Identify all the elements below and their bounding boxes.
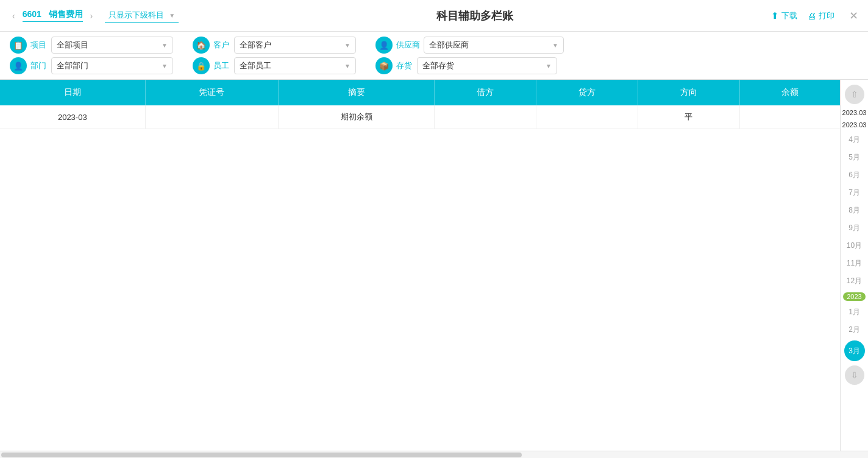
cell-voucher bbox=[145, 105, 279, 129]
month-6[interactable]: 6月 bbox=[841, 166, 868, 184]
filter-inventory: 📦 存货 全部存货 ▼ bbox=[375, 57, 557, 74]
department-chevron-icon: ▼ bbox=[162, 63, 168, 69]
filter-area: 📋 项目 全部项目 ▼ 🏠 客户 全部客户 ▼ 👤 供应商 bbox=[0, 32, 868, 80]
print-icon: 🖨 bbox=[807, 10, 816, 21]
inventory-select[interactable]: 全部存货 ▼ bbox=[417, 57, 557, 74]
supplier-select[interactable]: 全部供应商 ▼ bbox=[424, 37, 564, 54]
month-8[interactable]: 8月 bbox=[841, 202, 868, 219]
top-bar: ‹ 6601 销售费用 › 只显示下级科目 ▼ 科目辅助多栏账 ⬆ 下载 🖨 打… bbox=[0, 0, 868, 32]
top-actions: ⬆ 下载 🖨 打印 ✕ bbox=[771, 9, 858, 23]
project-select[interactable]: 全部项目 ▼ bbox=[51, 37, 173, 54]
inventory-chevron-icon: ▼ bbox=[546, 63, 552, 69]
next-account-arrow[interactable]: › bbox=[88, 10, 96, 22]
supplier-chevron-icon: ▼ bbox=[552, 42, 558, 49]
customer-label: 客户 bbox=[213, 40, 230, 51]
table-header-row: 日期 凭证号 摘要 借方 贷方 方向 余额 bbox=[0, 80, 840, 105]
employee-label: 员工 bbox=[213, 60, 230, 71]
prev-account-arrow[interactable]: ‹ bbox=[10, 10, 18, 22]
sidebar-up-button[interactable]: ⇧ bbox=[845, 85, 864, 104]
department-label: 部门 bbox=[30, 60, 48, 71]
period-header-1: 2023.03 bbox=[841, 107, 868, 119]
col-debit: 借方 bbox=[435, 80, 536, 105]
customer-icon: 🏠 bbox=[193, 37, 210, 54]
month-3-selected[interactable]: 3月 bbox=[844, 340, 865, 361]
project-chevron-icon: ▼ bbox=[162, 42, 168, 49]
cell-credit bbox=[536, 105, 638, 129]
col-voucher: 凭证号 bbox=[145, 80, 279, 105]
month-3-container: 3月 bbox=[841, 340, 868, 361]
cell-summary: 期初余额 bbox=[279, 105, 435, 129]
filter-row-1: 📋 项目 全部项目 ▼ 🏠 客户 全部客户 ▼ 👤 供应商 bbox=[10, 37, 858, 54]
bottom-scrollbar[interactable] bbox=[0, 451, 868, 458]
ledger-table: 日期 凭证号 摘要 借方 贷方 方向 余额 2023-03期初余额平 bbox=[0, 80, 840, 129]
month-4[interactable]: 4月 bbox=[841, 131, 868, 149]
sidebar-down-button[interactable]: ⇩ bbox=[845, 365, 864, 385]
page-title: 科目辅助多栏账 bbox=[183, 9, 766, 23]
download-button[interactable]: ⬆ 下载 bbox=[771, 10, 797, 21]
supplier-label: 供应商 bbox=[396, 40, 420, 51]
show-sub-button[interactable]: 只显示下级科目 ▼ bbox=[105, 9, 179, 23]
filter-employee: 🔒 员工 全部员工 ▼ bbox=[193, 57, 356, 74]
inventory-label: 存货 bbox=[396, 60, 413, 71]
department-select[interactable]: 全部部门 ▼ bbox=[51, 57, 173, 74]
month-10[interactable]: 10月 bbox=[841, 237, 868, 255]
employee-select[interactable]: 全部员工 ▼ bbox=[234, 57, 356, 74]
download-icon: ⬆ bbox=[771, 10, 779, 21]
table-row[interactable]: 2023-03期初余额平 bbox=[0, 105, 840, 129]
supplier-icon: 👤 bbox=[375, 37, 393, 54]
cell-balance bbox=[739, 105, 840, 129]
department-icon: 👤 bbox=[10, 57, 27, 74]
col-summary: 摘要 bbox=[279, 80, 435, 105]
month-7[interactable]: 7月 bbox=[841, 184, 868, 202]
period-header-2: 2023.03 bbox=[841, 119, 868, 131]
col-direction: 方向 bbox=[638, 80, 739, 105]
month-1[interactable]: 1月 bbox=[841, 303, 868, 321]
chevron-down-icon: ▼ bbox=[169, 12, 175, 19]
month-9[interactable]: 9月 bbox=[841, 219, 868, 237]
month-11[interactable]: 11月 bbox=[841, 255, 868, 272]
account-code[interactable]: 6601 销售费用 bbox=[23, 9, 83, 22]
col-balance: 余额 bbox=[739, 80, 840, 105]
project-label: 项目 bbox=[30, 40, 48, 51]
scrollbar-thumb bbox=[1, 453, 522, 457]
employee-icon: 🔒 bbox=[193, 57, 210, 74]
customer-chevron-icon: ▼ bbox=[344, 42, 350, 49]
month-2[interactable]: 2月 bbox=[841, 321, 868, 339]
filter-department: 👤 部门 全部部门 ▼ bbox=[10, 57, 173, 74]
right-sidebar: ⇧ 2023.03 2023.03 4月 5月 6月 7月 8月 9月 10月 … bbox=[840, 80, 868, 451]
filter-project: 📋 项目 全部项目 ▼ bbox=[10, 37, 173, 54]
close-button[interactable]: ✕ bbox=[849, 9, 858, 23]
main-window: ‹ 6601 销售费用 › 只显示下级科目 ▼ 科目辅助多栏账 ⬆ 下载 🖨 打… bbox=[0, 0, 868, 458]
filter-row-2: 👤 部门 全部部门 ▼ 🔒 员工 全部员工 ▼ 📦 存货 bbox=[10, 57, 858, 74]
cell-direction: 平 bbox=[638, 105, 739, 129]
month-12[interactable]: 12月 bbox=[841, 272, 868, 290]
cell-date: 2023-03 bbox=[0, 105, 145, 129]
filter-customer: 🏠 客户 全部客户 ▼ bbox=[193, 37, 356, 54]
col-credit: 贷方 bbox=[536, 80, 638, 105]
year-badge-2023[interactable]: 2023 bbox=[843, 292, 865, 301]
print-button[interactable]: 🖨 打印 bbox=[807, 10, 834, 21]
project-icon: 📋 bbox=[10, 37, 27, 54]
table-container[interactable]: 日期 凭证号 摘要 借方 贷方 方向 余额 2023-03期初余额平 bbox=[0, 80, 840, 451]
col-date: 日期 bbox=[0, 80, 145, 105]
filter-supplier: 👤 供应商 全部供应商 ▼ bbox=[375, 37, 564, 54]
employee-chevron-icon: ▼ bbox=[344, 63, 350, 69]
main-area: 日期 凭证号 摘要 借方 贷方 方向 余额 2023-03期初余额平 ⇧ 202… bbox=[0, 80, 868, 451]
month-5[interactable]: 5月 bbox=[841, 149, 868, 166]
inventory-icon: 📦 bbox=[375, 57, 393, 74]
customer-select[interactable]: 全部客户 ▼ bbox=[234, 37, 356, 54]
cell-debit bbox=[435, 105, 536, 129]
